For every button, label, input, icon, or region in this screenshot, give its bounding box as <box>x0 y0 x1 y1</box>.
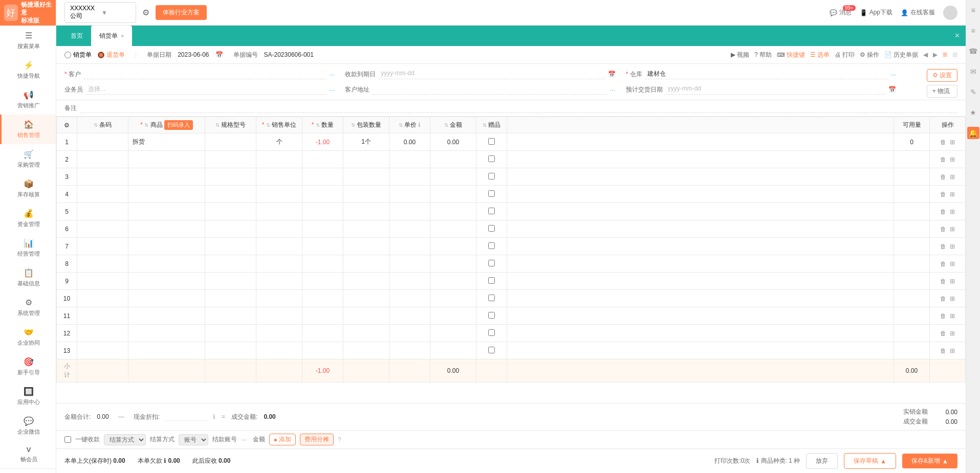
settle-method-select[interactable]: 结算方式 <box>104 434 146 445</box>
gift-checkbox[interactable] <box>488 295 495 301</box>
discount-input[interactable] <box>166 413 207 421</box>
cell-unit[interactable] <box>256 307 302 325</box>
cell-amount[interactable] <box>430 186 476 203</box>
cell-product[interactable] <box>128 168 205 186</box>
cell-price[interactable] <box>389 273 430 290</box>
sidebar-item-basic[interactable]: 📋 基础信息 <box>0 263 56 292</box>
cell-barcode[interactable] <box>77 133 128 151</box>
cell-barcode[interactable] <box>77 325 128 342</box>
cell-qty[interactable] <box>302 342 343 359</box>
tabbar-close-icon[interactable]: × <box>955 31 960 40</box>
cell-qty[interactable] <box>302 220 343 238</box>
cell-price[interactable] <box>389 238 430 255</box>
delete-icon[interactable]: 🗑 <box>940 208 946 215</box>
copy-icon[interactable]: ⊞ <box>950 260 955 267</box>
right-panel-item-7[interactable]: 🔔 <box>967 127 979 139</box>
gift-checkbox[interactable] <box>488 155 495 162</box>
cell-pkg[interactable] <box>343 203 389 220</box>
cell-spec[interactable] <box>205 133 256 151</box>
gift-checkbox[interactable] <box>488 347 495 353</box>
cell-product[interactable] <box>128 307 205 325</box>
cell-price[interactable] <box>389 342 430 359</box>
price-info-icon[interactable]: ℹ <box>418 121 421 128</box>
cell-amount[interactable] <box>430 273 476 290</box>
cell-qty[interactable] <box>302 255 343 273</box>
cell-barcode[interactable] <box>77 238 128 255</box>
copy-icon[interactable]: ⊞ <box>950 295 955 302</box>
copy-icon[interactable]: ⊞ <box>950 278 955 285</box>
gift-checkbox[interactable] <box>488 329 495 336</box>
cell-gift[interactable] <box>476 273 507 290</box>
cell-qty[interactable] <box>302 168 343 186</box>
copy-icon[interactable]: ⊞ <box>950 208 955 215</box>
delete-icon[interactable]: 🗑 <box>940 295 946 302</box>
cell-product[interactable] <box>128 290 205 307</box>
cell-gift[interactable] <box>476 133 507 151</box>
cell-qty[interactable] <box>302 151 343 168</box>
cell-barcode[interactable] <box>77 290 128 307</box>
cell-pkg[interactable] <box>343 325 389 342</box>
product-sort-icon[interactable]: ⇅ <box>144 122 148 128</box>
cell-pkg[interactable] <box>343 290 389 307</box>
view-list-icon[interactable]: ≡ <box>943 50 947 59</box>
cell-price[interactable] <box>389 151 430 168</box>
docno-value[interactable]: SA-20230606-001 <box>264 51 314 58</box>
copy-icon[interactable]: ⊞ <box>950 347 955 354</box>
cell-amount[interactable] <box>430 290 476 307</box>
cell-barcode[interactable] <box>77 168 128 186</box>
qty-sort-icon[interactable]: ⇅ <box>316 122 320 128</box>
cell-price[interactable] <box>389 186 430 203</box>
cell-amount[interactable] <box>430 325 476 342</box>
warehouse-dots-icon[interactable]: ··· <box>890 71 896 78</box>
cell-amount[interactable] <box>430 255 476 273</box>
cell-gift[interactable] <box>476 151 507 168</box>
cell-barcode[interactable] <box>77 220 128 238</box>
sidebar-item-enterprise[interactable]: 🤝 企业协同 <box>0 322 56 352</box>
cell-amount[interactable] <box>430 168 476 186</box>
radio-sales-input[interactable] <box>64 52 71 58</box>
cell-gift[interactable] <box>476 186 507 203</box>
cell-price[interactable] <box>389 203 430 220</box>
cell-unit[interactable] <box>256 186 302 203</box>
cell-unit[interactable] <box>256 220 302 238</box>
account-select[interactable]: 账号 <box>179 434 208 445</box>
cell-spec[interactable] <box>205 273 256 290</box>
cell-product[interactable] <box>128 203 205 220</box>
discount-info-icon[interactable]: ℹ <box>213 413 215 420</box>
cell-gift[interactable] <box>476 255 507 273</box>
gift-checkbox[interactable] <box>488 225 495 232</box>
right-panel-item-3[interactable]: ☎ <box>967 45 979 57</box>
cell-amount[interactable] <box>430 307 476 325</box>
cell-amount[interactable] <box>430 238 476 255</box>
price-sort-icon[interactable]: ⇅ <box>399 122 403 128</box>
cell-qty[interactable] <box>302 290 343 307</box>
cell-spec[interactable] <box>205 325 256 342</box>
pkg-sort-icon[interactable]: ⇅ <box>351 122 355 128</box>
delete-icon[interactable]: 🗑 <box>940 156 946 163</box>
unit-sort-icon[interactable]: ⇅ <box>266 122 270 128</box>
delivery-date-input[interactable]: yyyy-mm-dd <box>666 84 885 95</box>
cell-pkg[interactable] <box>343 220 389 238</box>
expense-btn[interactable]: 费用分摊 <box>300 434 334 445</box>
radio-return-input[interactable] <box>98 52 104 58</box>
cell-gift[interactable] <box>476 168 507 186</box>
account-dots-icon[interactable]: ··· <box>241 436 247 443</box>
cell-product[interactable] <box>128 238 205 255</box>
customer-dots-icon[interactable]: ··· <box>329 71 335 78</box>
cell-amount[interactable] <box>430 151 476 168</box>
save-button[interactable]: 保存&新增 ▲ <box>902 454 957 468</box>
toolbar-history[interactable]: 📄 历史单据 <box>884 51 918 59</box>
app-download-item[interactable]: 📱 App下载 <box>860 8 892 17</box>
draft-button[interactable]: 保存草稿 ▲ <box>844 453 896 469</box>
right-panel-item-5[interactable]: ✎ <box>967 86 979 98</box>
cell-spec[interactable] <box>205 238 256 255</box>
cell-product[interactable] <box>128 342 205 359</box>
gift-checkbox[interactable] <box>488 173 495 179</box>
cell-spec[interactable] <box>205 220 256 238</box>
cell-product[interactable] <box>128 273 205 290</box>
cell-pkg[interactable] <box>343 238 389 255</box>
cell-unit[interactable] <box>256 325 302 342</box>
cell-price[interactable]: 0.00 <box>389 133 430 151</box>
copy-icon[interactable]: ⊞ <box>950 330 955 337</box>
gift-checkbox[interactable] <box>488 260 495 266</box>
